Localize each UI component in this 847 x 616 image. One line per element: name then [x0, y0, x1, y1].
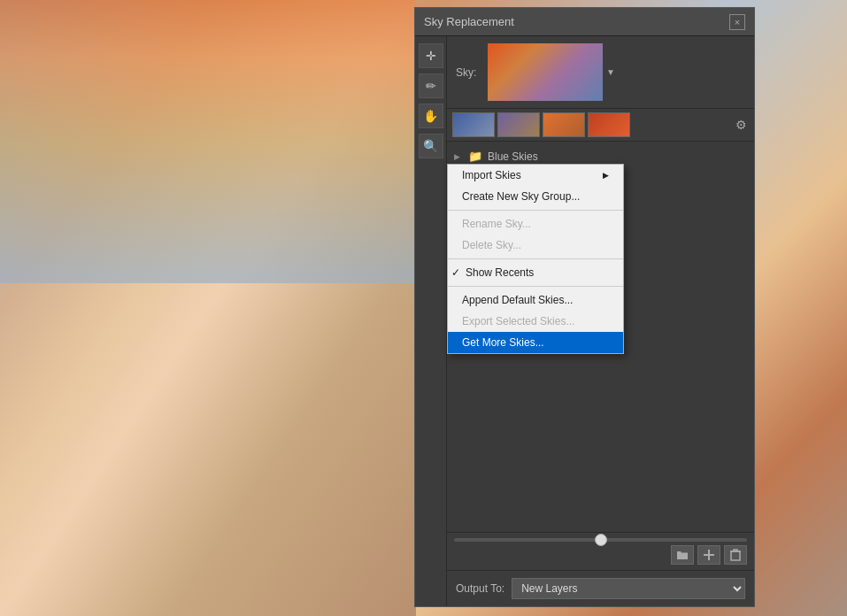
- menu-item-label: Import Skies: [462, 169, 521, 181]
- size-slider[interactable]: [454, 538, 747, 542]
- folder-icon: [676, 550, 689, 560]
- menu-item-label: Create New Sky Group...: [462, 190, 580, 203]
- left-toolbar: ✛ ✏ ✋ 🔍: [415, 36, 447, 606]
- gear-button[interactable]: ⚙: [734, 116, 749, 134]
- hand-tool-button[interactable]: ✋: [419, 104, 443, 128]
- output-row: Output To: New Layers Duplicate Layer Cu…: [447, 570, 754, 606]
- close-button[interactable]: ×: [729, 14, 745, 30]
- menu-item-label: Rename Sky...: [462, 218, 531, 230]
- menu-separator-2: [448, 258, 623, 259]
- recent-thumb-3[interactable]: [543, 112, 585, 137]
- sky-preview-thumbnail: [488, 43, 603, 101]
- add-sky-button[interactable]: [697, 545, 720, 565]
- add-icon: [703, 549, 715, 561]
- sky-preview-container[interactable]: ▼: [488, 43, 615, 101]
- dialog-title: Sky Replacement: [424, 15, 729, 28]
- zoom-tool-button[interactable]: 🔍: [419, 134, 443, 158]
- menu-item-append-default-skies[interactable]: Append Default Skies...: [448, 289, 623, 311]
- delete-sky-button[interactable]: [724, 545, 747, 565]
- menu-item-label: Export Selected Skies...: [462, 315, 574, 327]
- group-name: Blue Skies: [488, 150, 538, 163]
- sky-overlay: [0, 0, 416, 283]
- sky-dropdown-arrow[interactable]: ▼: [606, 67, 615, 77]
- menu-item-export-selected-skies: Export Selected Skies...: [448, 311, 623, 332]
- output-select[interactable]: New Layers Duplicate Layer Current Layer: [512, 578, 745, 599]
- recent-thumb-2[interactable]: [497, 112, 540, 137]
- checkmark-icon: ✓: [451, 266, 462, 279]
- menu-item-get-more-skies[interactable]: Get More Skies...: [448, 332, 623, 353]
- trash-icon: [730, 549, 741, 561]
- context-menu: Import Skies Create New Sky Group... Ren…: [447, 164, 624, 354]
- folder-icon: 📁: [468, 150, 482, 163]
- recent-thumbnails: [452, 112, 730, 137]
- menu-item-rename-sky: Rename Sky...: [448, 213, 623, 235]
- dialog-titlebar: Sky Replacement ×: [415, 8, 754, 36]
- sky-label: Sky:: [456, 66, 481, 79]
- menu-item-label: Delete Sky...: [462, 239, 521, 251]
- menu-item-delete-sky: Delete Sky...: [448, 235, 623, 256]
- bottom-controls: [447, 532, 754, 570]
- chevron-icon: ▶: [454, 152, 463, 161]
- slider-row: [454, 538, 747, 542]
- woman-photo: [0, 0, 416, 616]
- menu-item-label: Get More Skies...: [462, 336, 544, 349]
- menu-item-label: Show Recents: [466, 266, 534, 279]
- menu-item-show-recents[interactable]: ✓ Show Recents: [448, 262, 623, 283]
- move-tool-button[interactable]: ✛: [419, 43, 443, 68]
- menu-item-create-new-sky-group[interactable]: Create New Sky Group...: [448, 186, 623, 207]
- file-buttons: [454, 545, 747, 565]
- menu-separator-1: [448, 210, 623, 211]
- menu-separator-3: [448, 286, 623, 287]
- recent-thumb-1[interactable]: [452, 112, 495, 137]
- menu-item-label: Append Default Skies...: [462, 294, 573, 306]
- sky-selection-row: Sky: ▼: [447, 36, 754, 109]
- folder-button[interactable]: [671, 545, 694, 565]
- brush-tool-button[interactable]: ✏: [419, 73, 443, 98]
- menu-item-import-skies[interactable]: Import Skies: [448, 165, 623, 186]
- svg-rect-0: [731, 551, 740, 560]
- recent-thumb-4[interactable]: [588, 112, 630, 137]
- output-label: Output To:: [456, 582, 504, 595]
- sky-browser-toolbar: ⚙: [447, 109, 754, 142]
